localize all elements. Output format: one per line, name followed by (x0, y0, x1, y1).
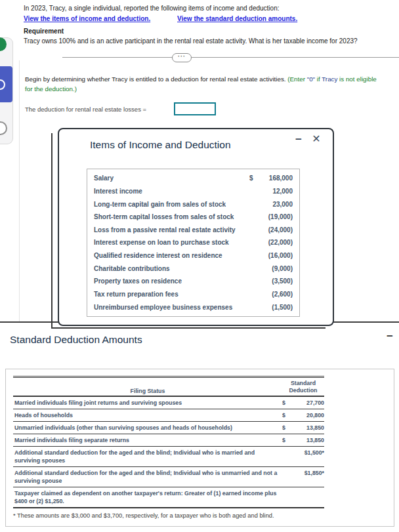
items-table-row: Salary $ 168,000 (87, 174, 299, 182)
table-row: Heads of households $ 20,800 (13, 409, 324, 422)
items-table-row: Interest income 12,000 (87, 188, 299, 195)
standard-deduction-minimize-button[interactable]: − (384, 331, 396, 342)
table-row: Taxpayer claimed as dependent on another… (13, 487, 324, 508)
section-divider-line (62, 57, 399, 58)
instruction-hint-line2: for the deduction.) (25, 84, 377, 94)
deduction-input[interactable] (174, 102, 216, 115)
content-left-border (19, 60, 20, 321)
filing-status-header: Filing Status (13, 388, 282, 394)
items-table-row: Charitable contributions (9,000) (87, 265, 299, 272)
standard-deduction-header: Standard Deduction (282, 380, 324, 394)
items-dialog-minimize-button[interactable]: − (293, 134, 304, 145)
question-current-item[interactable] (0, 66, 12, 102)
table-row: Unmarried individuals (other than surviv… (13, 422, 324, 434)
items-table-row: Short-term capital losses from sales of … (87, 213, 299, 220)
items-table-row: Tax return preparation fees (2,600) (87, 291, 299, 298)
table-row: Additional standard deduction for the ag… (13, 467, 324, 487)
items-table-row: Long-term capital gain from sales of sto… (87, 201, 299, 208)
question-complete-icon[interactable] (0, 37, 7, 51)
standard-deduction-panel: Filing Status Standard Deduction Married… (5, 369, 394, 527)
collapse-ellipsis-button[interactable]: ··· (172, 53, 192, 62)
items-dialog: Items of Income and Deduction − ✕ Salary… (58, 128, 334, 326)
items-table-row: Loss from a passive rental real estate a… (87, 226, 299, 234)
table-row: Married individuals filing joint returns… (13, 397, 324, 409)
view-standard-deduction-link[interactable]: View the standard deduction amounts. (177, 15, 297, 22)
items-table-row: Unreimbursed employee business expenses … (87, 304, 299, 311)
problem-intro-text: In 2023, Tracy, a single individual, rep… (24, 4, 280, 12)
question-nav-sidebar (0, 37, 13, 144)
table-row: Additional standard deduction for the ag… (13, 447, 324, 467)
items-table-row: Interest expense on loan to purchase sto… (87, 239, 299, 246)
standard-deduction-table: Filing Status Standard Deduction Married… (13, 376, 324, 519)
deduction-equation-label: The deduction for rental real estate los… (25, 106, 146, 113)
question-progress-icon (0, 79, 5, 90)
requirement-text: Tracy owns 100% and is an active partici… (24, 37, 358, 45)
standard-deduction-section-title: Standard Deduction Amounts (10, 334, 142, 346)
items-table-row: Qualified residence interest on residenc… (87, 252, 299, 259)
items-table-row: Property taxes on residence (3,500) (87, 277, 299, 285)
instruction-text: Begin by determining whether Tracy is en… (25, 74, 377, 94)
items-dialog-close-icon[interactable]: ✕ (309, 132, 324, 146)
view-items-link[interactable]: View the items of income and deduction. (24, 15, 150, 22)
items-table: Salary $ 168,000 Interest income 12,000 … (87, 169, 300, 317)
table-footnote: * These amounts are $3,000 and $3,700, r… (13, 512, 324, 519)
table-header-row: Filing Status Standard Deduction (13, 376, 324, 397)
question-pending-icon[interactable] (0, 121, 7, 135)
instruction-sentence: Begin by determining whether Tracy is en… (25, 75, 287, 83)
table-row: Married individuals filing separate retu… (13, 434, 324, 447)
requirement-heading: Requirement (24, 28, 64, 35)
items-dialog-title: Items of Income and Deduction (90, 139, 231, 151)
